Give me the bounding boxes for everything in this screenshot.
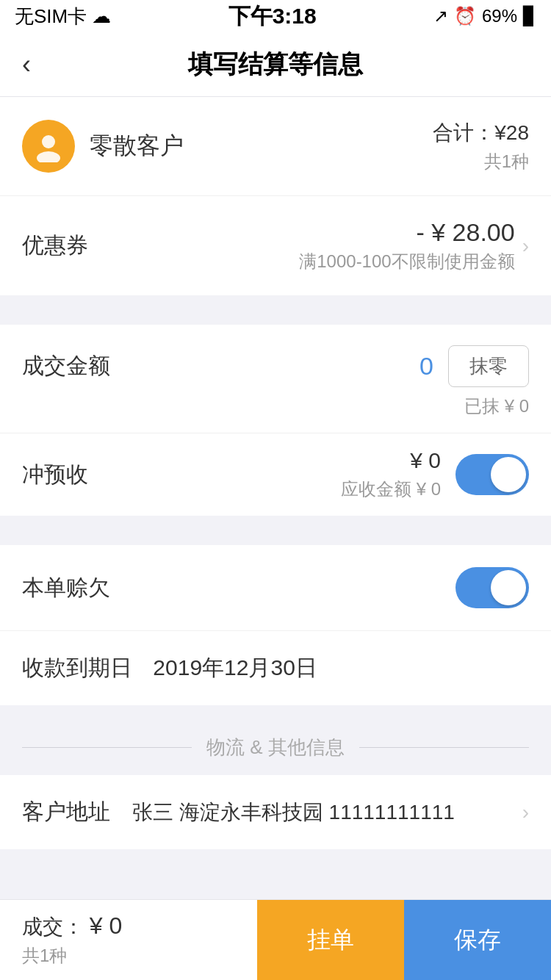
logistics-header: 物流 & 其他信息: [0, 720, 551, 775]
status-left: 无SIM卡 ☁: [15, 4, 111, 29]
customer-card: 零散客户 合计：¥28 共1种 优惠券 - ¥ 28.00 满1000-100不…: [0, 97, 551, 295]
customer-left: 零散客户: [22, 120, 184, 173]
total-amount: 合计：¥28: [433, 119, 529, 147]
prereceive-toggle[interactable]: [455, 454, 529, 495]
svg-point-0: [42, 135, 55, 148]
debt-label: 本单赊欠: [22, 573, 110, 603]
avatar: [22, 120, 75, 173]
avatar-icon: [32, 130, 65, 162]
address-value: 张三 海淀永丰科技园 11111111111: [132, 799, 515, 826]
status-bar: 无SIM卡 ☁ 下午3:18 ↗ ⏰ 69% ▊: [0, 0, 551, 32]
prereceive-row: 冲预收 ¥ 0 应收金额 ¥ 0: [0, 433, 551, 516]
alarm-icon: ⏰: [454, 6, 476, 26]
duedate-label: 收款到期日: [22, 655, 132, 680]
prereceive-amount: ¥ 0: [410, 448, 441, 473]
coupon-info: - ¥ 28.00 满1000-100不限制使用金额: [299, 218, 514, 273]
status-time: 下午3:18: [228, 1, 317, 32]
save-button[interactable]: 保存: [404, 900, 551, 980]
coupon-label: 优惠券: [22, 231, 88, 261]
status-right: ↗ ⏰ 69% ▊: [433, 6, 536, 26]
amount-value: 0: [419, 352, 433, 381]
round-zero-button[interactable]: 抹零: [448, 345, 529, 387]
prereceive-sub: 应收金额 ¥ 0: [341, 478, 441, 501]
divider-1: [0, 310, 551, 325]
bottom-deal-amount: ¥ 0: [90, 912, 122, 939]
coupon-discount: - ¥ 28.00: [299, 218, 514, 247]
amount-label: 成交金额: [22, 351, 110, 381]
bottom-deal-row: 成交： ¥ 0: [22, 912, 235, 941]
address-arrow-icon: ›: [522, 801, 529, 824]
customer-summary: 合计：¥28 共1种: [433, 119, 529, 173]
location-icon: ↗: [433, 6, 448, 26]
prereceive-info: ¥ 0 应收金额 ¥ 0: [341, 448, 441, 501]
svg-point-1: [37, 151, 60, 162]
bottom-deal-label: 成交：: [22, 915, 84, 938]
logistics-section: 物流 & 其他信息 客户地址 张三 海淀永丰科技园 11111111111 ›: [0, 720, 551, 849]
duedate-value: 2019年12月30日: [153, 655, 317, 680]
coupon-right: - ¥ 28.00 满1000-100不限制使用金额 ›: [299, 218, 529, 273]
address-label: 客户地址: [22, 797, 125, 827]
toggle-knob: [491, 457, 526, 492]
customer-name: 零散客户: [90, 130, 184, 162]
hold-button[interactable]: 挂单: [257, 900, 404, 980]
coupon-arrow-icon: ›: [522, 234, 529, 258]
amount-right: 0 抹零: [419, 345, 529, 387]
prereceive-label: 冲预收: [22, 460, 88, 490]
amount-subtracted: 已抹 ¥ 0: [0, 394, 551, 433]
duedate-row: 收款到期日 2019年12月30日: [0, 630, 551, 705]
page-title: 填写结算等信息: [188, 48, 363, 82]
signal-text: 无SIM卡 ☁: [15, 4, 111, 29]
bottom-count: 共1种: [22, 944, 235, 968]
transaction-card: 成交金额 0 抹零 已抹 ¥ 0 冲预收 ¥ 0 应收金额 ¥ 0: [0, 325, 551, 516]
coupon-desc: 满1000-100不限制使用金额: [299, 250, 514, 273]
coupon-row[interactable]: 优惠券 - ¥ 28.00 满1000-100不限制使用金额 ›: [0, 195, 551, 295]
bottom-bar: 成交： ¥ 0 共1种 挂单 保存: [0, 899, 551, 980]
amount-row: 成交金额 0 抹零: [0, 325, 551, 394]
divider-2: [0, 530, 551, 545]
address-row[interactable]: 客户地址 张三 海淀永丰科技园 11111111111 ›: [0, 775, 551, 849]
debt-card: 本单赊欠 收款到期日 2019年12月30日: [0, 545, 551, 705]
nav-bar: ‹ 填写结算等信息: [0, 32, 551, 97]
debt-row: 本单赊欠: [0, 545, 551, 630]
debt-toggle[interactable]: [455, 567, 529, 608]
customer-row: 零散客户 合计：¥28 共1种: [0, 97, 551, 195]
battery-icon: ▊: [523, 6, 536, 26]
total-count: 共1种: [433, 150, 529, 173]
bottom-summary: 成交： ¥ 0 共1种: [0, 900, 257, 980]
back-button[interactable]: ‹: [22, 49, 31, 80]
debt-toggle-knob: [491, 570, 526, 605]
battery-text: 69%: [482, 6, 517, 26]
main-content: 零散客户 合计：¥28 共1种 优惠券 - ¥ 28.00 满1000-100不…: [0, 97, 551, 937]
